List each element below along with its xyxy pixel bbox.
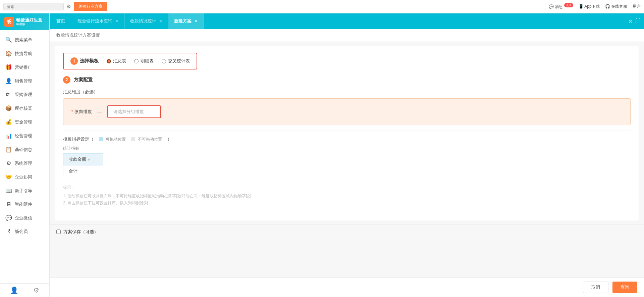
sidebar-item-hardware[interactable]: 🖥 智能硬件 (0, 198, 49, 211)
sidebar-item-label: 经营管理 (15, 133, 32, 139)
stat-header-cell[interactable]: 收款金额 ∨ (63, 153, 103, 165)
sidebar-bottom-icon-1[interactable]: 👤 (10, 286, 18, 294)
cancel-button[interactable]: 取消 (583, 282, 608, 293)
online-support[interactable]: 🎧 在线客服 (605, 4, 627, 9)
sidebar-item-guide[interactable]: 📖 新手引导 (0, 184, 49, 198)
save-checkbox[interactable] (56, 230, 61, 234)
logo-icon: 畅 (4, 17, 14, 27)
legend-fixed-dot (131, 137, 135, 141)
stat-indicators-label: 统计指标 (63, 146, 631, 151)
dimension-area: * 纵向维度 — 请选择分组维度 (63, 98, 631, 125)
tab-maximize-icon[interactable]: ⛶ (635, 18, 641, 24)
sales-icon: 👤 (5, 78, 12, 84)
sidebar-item-cooperation[interactable]: 🤝 企业协同 (0, 170, 49, 184)
metric-settings-section: 模板指标设定（ 可拖动位置 不可拖动位置 ） (63, 136, 631, 177)
stat-table: 统计指标 收款金额 ∨ 合计 (63, 146, 631, 177)
tip-item-1: 1. 拖动标题栏可以调整布局，不可跨维度或指标区域拖动栏目字段(只能在同一维度或… (63, 193, 631, 200)
sidebar-item-sales[interactable]: 👤 销售管理 (0, 74, 49, 88)
basic-info-icon: 📋 (5, 146, 12, 153)
step1-section: 1 选择模板 汇总表 明细表 (63, 53, 631, 69)
wechat-icon: 💬 (5, 215, 12, 221)
member-icon: 🎖 (5, 229, 12, 235)
sidebar: 畅 畅捷通好生意 标准版 🔍 搜索菜单 🏠 快捷导航 🎁 营销推广 👤 销售管理 (0, 13, 50, 297)
main-layout: 畅 畅捷通好生意 标准版 🔍 搜索菜单 🏠 快捷导航 🎁 营销推广 👤 销售管理 (0, 13, 644, 297)
tab-bar-actions: ✕ ⛶ (625, 13, 644, 29)
sidebar-item-label: 销售管理 (15, 78, 32, 84)
sidebar-item-finance[interactable]: 💰 资金管理 (0, 115, 49, 129)
app-download[interactable]: 📱 App下载 (579, 4, 600, 9)
sidebar-bottom-icon-2[interactable]: ⚙ (33, 286, 39, 294)
tab-new-plan-close[interactable]: ✕ (194, 18, 198, 24)
sidebar-nav: 🔍 搜索菜单 🏠 快捷导航 🎁 营销推广 👤 销售管理 🛍 采购管理 📦 (0, 30, 49, 283)
sidebar-item-label: 搜索菜单 (15, 37, 32, 43)
notification-item[interactable]: 💬 消息 99+ (549, 3, 573, 10)
inventory-icon: 📦 (5, 105, 12, 111)
industry-btn[interactable]: 体验行业方案 (74, 2, 107, 11)
tab-new-plan[interactable]: 新建方案 ✕ (169, 13, 204, 29)
finance-icon: 💰 (5, 119, 12, 125)
sidebar-item-label: 企业协同 (15, 174, 32, 180)
search-menu-icon: 🔍 (5, 37, 12, 43)
step2-title: 方案配置 (74, 77, 93, 83)
sidebar-item-label: 系统管理 (15, 160, 32, 166)
sidebar-item-inventory[interactable]: 📦 库存核算 (0, 101, 49, 115)
sidebar-item-system[interactable]: ⚙ 系统管理 (0, 156, 49, 170)
user-info[interactable]: 用户 (633, 4, 641, 9)
top-search-input[interactable] (3, 3, 64, 10)
sidebar-bottom: 👤 ⚙ (0, 283, 49, 297)
column-header-dropdown-icon[interactable]: ∨ (88, 157, 90, 162)
legend-draggable-dot (99, 137, 103, 141)
purchase-icon: 🛍 (5, 92, 12, 98)
sidebar-item-basic-info[interactable]: 📋 基础信息 (0, 143, 49, 156)
gear-icon[interactable]: ⚙ (66, 3, 71, 10)
top-bar: ⚙ 体验行业方案 💬 消息 99+ 📱 App下载 🎧 在线客服 用户 (0, 0, 644, 13)
top-bar-left: ⚙ 体验行业方案 (3, 2, 107, 11)
step1-header: 1 选择模板 汇总表 明细表 (63, 53, 631, 69)
sidebar-item-label: 企业微信 (15, 215, 32, 221)
sidebar-item-wechat[interactable]: 💬 企业微信 (0, 211, 49, 225)
metric-legend-fixed: 不可拖动位置 (131, 137, 162, 142)
tip-item-2: 2. 点击标题栏下拉可设置排序、插入列和删除列 (63, 200, 631, 207)
template-cross-radio[interactable]: 交叉统计表 (162, 58, 190, 64)
dimension-arrow-icon: — (97, 109, 102, 114)
hardware-icon: 🖥 (5, 201, 12, 207)
sidebar-item-marketing[interactable]: 🎁 营销推广 (0, 60, 49, 74)
vertical-dimension-label: * 纵向维度 (71, 109, 92, 115)
metric-legend-draggable: 可拖动位置 (99, 137, 126, 142)
operation-icon: 📊 (5, 133, 12, 139)
page-title: 收款情况统计方案设置 (56, 33, 100, 38)
template-summary-input[interactable] (107, 59, 111, 63)
sidebar-item-label: 营销推广 (15, 64, 32, 70)
template-detail-input[interactable] (134, 59, 139, 63)
save-option: 方案保存（可选） (50, 225, 644, 239)
metric-settings-label: 模板指标设定（ 可拖动位置 不可拖动位置 ） (63, 136, 631, 142)
sidebar-item-search-menu[interactable]: 🔍 搜索菜单 (0, 33, 49, 47)
dimension-select[interactable]: 请选择分组维度 (107, 105, 161, 118)
template-selector-box: 1 选择模板 汇总表 明细表 (63, 53, 197, 69)
template-summary-radio[interactable]: 汇总表 (107, 58, 126, 64)
template-cross-input[interactable] (162, 59, 166, 63)
sidebar-item-member[interactable]: 🎖 畅会员 (0, 225, 49, 238)
tab-close-window-icon[interactable]: ✕ (628, 18, 633, 24)
footer-actions: 取消 查询 (50, 277, 644, 297)
logo-area: 畅 畅捷通好生意 标准版 (0, 13, 49, 30)
tab-bank-flow[interactable]: 现金银行流水查询 ✕ (72, 13, 125, 29)
tab-home[interactable]: 首页 (50, 13, 72, 29)
tab-collection-stat-close[interactable]: ✕ (158, 18, 163, 24)
query-button[interactable]: 查询 (612, 282, 637, 293)
step2-section: 2 方案配置 汇总维度（必选） * 纵向维度 — (63, 76, 631, 207)
tab-bank-flow-close[interactable]: ✕ (114, 18, 119, 24)
stat-table-header: 收款金额 ∨ (63, 153, 631, 165)
sidebar-item-operation[interactable]: 📊 经营管理 (0, 129, 49, 143)
notification-label: 消息 (555, 4, 563, 9)
step1-number: 1 (70, 57, 78, 65)
save-option-label: 方案保存（可选） (63, 229, 98, 235)
template-detail-radio[interactable]: 明细表 (134, 58, 154, 64)
marketing-icon: 🎁 (5, 64, 12, 70)
sidebar-item-quick-nav[interactable]: 🏠 快捷导航 (0, 47, 49, 60)
tab-collection-stat[interactable]: 收款情况统计 ✕ (125, 13, 169, 29)
step1-title: 选择模板 (80, 58, 99, 64)
sidebar-item-purchase[interactable]: 🛍 采购管理 (0, 88, 49, 101)
guide-icon: 📖 (5, 188, 12, 194)
logo-text: 畅捷通好生意 标准版 (16, 17, 42, 26)
